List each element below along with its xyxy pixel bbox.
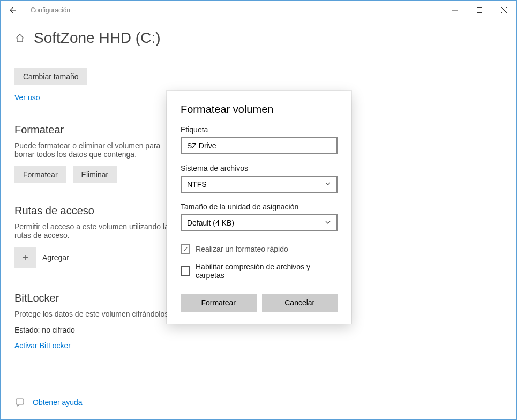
compression-row: Habilitar compresión de archivos y carpe…: [181, 262, 338, 280]
quick-format-checkbox[interactable]: ✓: [181, 244, 190, 254]
window-controls: [443, 2, 516, 19]
allocation-select[interactable]: Default (4 KB): [181, 214, 338, 231]
allocation-field-label: Tamaño de la unidad de asignación: [181, 202, 338, 211]
bitlocker-state: Estado: no cifrado: [14, 326, 503, 334]
home-icon[interactable]: [14, 33, 25, 43]
compression-checkbox[interactable]: [181, 266, 190, 276]
label-field-label: Etiqueta: [181, 125, 338, 134]
truncated-text: [14, 53, 17, 61]
dialog-title: Formatear volumen: [181, 103, 338, 116]
help-icon: [14, 397, 25, 408]
filesystem-value: NTFS: [187, 180, 207, 189]
activate-bitlocker-link[interactable]: Activar BitLocker: [14, 341, 71, 350]
format-desc: Puede formatear o eliminar el volumen pa…: [14, 141, 175, 159]
back-button[interactable]: [5, 3, 20, 18]
page-title: SoftZone HHD (C:): [34, 29, 161, 47]
quick-format-row: ✓ Realizar un formateo rápido: [181, 244, 338, 254]
compression-label: Habilitar compresión de archivos y carpe…: [196, 262, 338, 280]
paths-desc: Permitir el acceso a este volumen utiliz…: [14, 222, 175, 239]
allocation-value: Default (4 KB): [187, 219, 234, 227]
close-button[interactable]: [492, 2, 516, 19]
svg-rect-1: [477, 8, 482, 13]
volume-label-input[interactable]: [181, 137, 338, 154]
dialog-format-button[interactable]: Formatear: [181, 294, 257, 312]
help-link-row: Obtener ayuda: [14, 397, 83, 408]
truncated-text: [500, 53, 503, 61]
minimize-button[interactable]: [443, 2, 467, 19]
quick-format-label: Realizar un formateo rápido: [196, 245, 288, 253]
format-button[interactable]: Formatear: [14, 166, 66, 183]
format-volume-dialog: Formatear volumen Etiqueta Sistema de ar…: [167, 91, 351, 324]
view-usage-link[interactable]: Ver uso: [14, 93, 40, 102]
change-size-button[interactable]: Cambiar tamaño: [14, 68, 87, 85]
add-path-label: Agregar: [42, 253, 69, 262]
checkmark-icon: ✓: [183, 246, 189, 253]
plus-icon: +: [22, 252, 28, 264]
chevron-down-icon: [325, 180, 331, 189]
delete-button[interactable]: Eliminar: [73, 166, 117, 183]
bitlocker-desc: Protege los datos de este volumen cifrán…: [14, 310, 175, 318]
chevron-down-icon: [325, 219, 331, 227]
filesystem-select[interactable]: NTFS: [181, 176, 338, 193]
filesystem-field-label: Sistema de archivos: [181, 164, 338, 172]
help-link[interactable]: Obtener ayuda: [33, 398, 83, 407]
page-header: SoftZone HHD (C:): [1, 20, 516, 49]
titlebar: Configuración: [1, 1, 516, 20]
window-title: Configuración: [31, 6, 70, 14]
dialog-cancel-button[interactable]: Cancelar: [262, 294, 338, 312]
add-path-button[interactable]: +: [14, 247, 36, 268]
maximize-button[interactable]: [467, 2, 492, 19]
